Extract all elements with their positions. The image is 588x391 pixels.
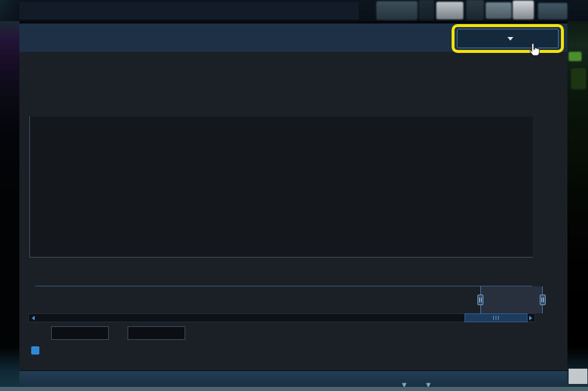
- selection-handle-right[interactable]: [540, 295, 546, 305]
- compare-footer-text: ▼ ▼: [400, 379, 432, 387]
- current-best-row: [19, 2, 359, 19]
- scrollbar-left-arrow-icon[interactable]: [29, 314, 37, 322]
- background-artwork: [571, 68, 586, 89]
- selection-handle-left[interactable]: [477, 295, 483, 305]
- background-artwork-right: [567, 21, 588, 387]
- navigator-scrollbar[interactable]: [28, 313, 535, 322]
- chevron-down-icon: ▼: [400, 380, 408, 387]
- compare-range-a-dropdown[interactable]: ▼: [400, 379, 408, 387]
- background-artwork: [569, 52, 582, 61]
- chevron-down-icon: ▼: [425, 380, 432, 387]
- scrollbar-right-arrow-icon[interactable]: [526, 314, 534, 322]
- mouse-cursor-hand-icon: [527, 42, 542, 59]
- x-axis-labels: [29, 261, 547, 270]
- chevron-down-icon: [507, 37, 513, 41]
- price-chart-plot[interactable]: [29, 116, 533, 258]
- prices-panel: [19, 52, 567, 370]
- zoom-controls: [405, 325, 564, 340]
- compare-footer-bar: ▼ ▼: [19, 371, 567, 387]
- price-history-overlay: ▼ ▼: [0, 0, 588, 391]
- y-axis-labels: [536, 116, 566, 260]
- scale-axis-checkbox[interactable]: [31, 346, 39, 355]
- background-artwork-left: [0, 21, 19, 387]
- price-chart-svg: [30, 116, 206, 205]
- history-navigator[interactable]: [35, 286, 532, 313]
- background-light-block: [569, 369, 587, 384]
- scrollbar-thumb[interactable]: [465, 313, 527, 322]
- scale-axis-row: [31, 346, 44, 355]
- navigator-selection-window[interactable]: [480, 286, 543, 313]
- from-date-input[interactable]: [51, 326, 109, 340]
- stores-dropdown-button[interactable]: [457, 29, 559, 48]
- bottom-page-strip: [0, 387, 588, 391]
- to-date-input[interactable]: [128, 326, 185, 340]
- compare-range-b-dropdown[interactable]: ▼: [425, 379, 432, 387]
